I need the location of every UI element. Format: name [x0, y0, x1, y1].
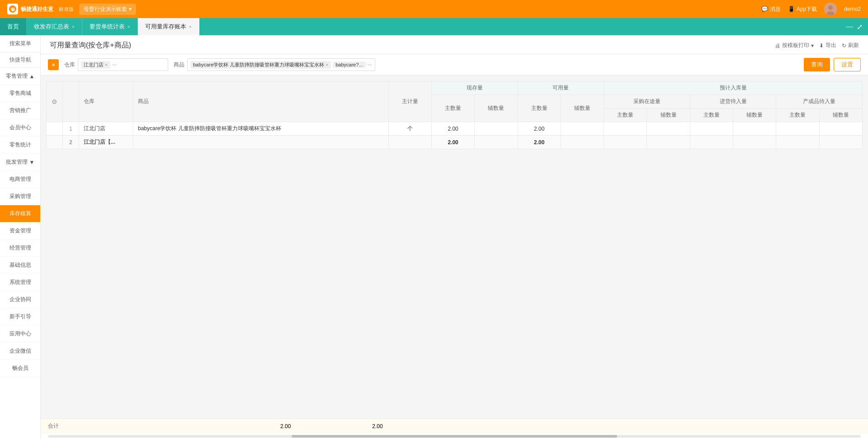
th-settings[interactable]: ⚙ — [47, 81, 63, 122]
row-product-1: babycare学饮杯 儿童防摔防撞吸管杯重力球吸嘴杯宝宝水杯 — [133, 122, 389, 136]
sidebar-enterprise-coop-label: 企业协同 — [9, 296, 31, 303]
maximize-icon[interactable]: ⤢ — [857, 23, 863, 31]
export-button[interactable]: ⬇ 导出 — [819, 42, 836, 49]
th-prod-pend-main: 主数量 — [776, 109, 819, 122]
page-header: 可用量查询(按仓库+商品) 🖨 按模板打印 ▾ ⬇ 导出 ↻ 刷新 — [41, 35, 868, 54]
group-avail-main: 2.00 — [518, 136, 561, 149]
user-name: demo2 — [844, 6, 861, 12]
chevron-wholesale-icon: ▼ — [29, 159, 35, 165]
tab-available-stock[interactable]: 可用量库存账本 × — [138, 18, 199, 35]
th-index — [63, 81, 79, 122]
close-receive-summary-icon[interactable]: × — [72, 24, 75, 29]
filter-expand-button[interactable]: » — [48, 59, 59, 70]
product-tag-1-close-icon[interactable]: × — [326, 62, 328, 67]
sidebar-quick-nav[interactable]: 快捷导航 — [0, 52, 40, 68]
svg-text:畅: 畅 — [11, 7, 15, 12]
table-wrapper: ⚙ 仓库 商品 主计量 现存量 可用量 预计入库量 主数量 辅数量 主数量 辅数… — [41, 76, 868, 418]
sidebar-item-system-mgmt[interactable]: 系统管理 — [0, 274, 40, 291]
message-button[interactable]: 💬 消息 — [761, 5, 781, 13]
sidebar-item-inventory-check[interactable]: 库存核算 — [0, 205, 40, 222]
sidebar-item-basic-info[interactable]: 基础信息 — [0, 257, 40, 274]
sidebar-item-retail-stats[interactable]: 零售统计 — [0, 137, 40, 154]
sidebar-ops-mgmt-label: 经营管理 — [9, 244, 31, 252]
row-index-1: 1 — [63, 122, 79, 136]
th-warehouse: 仓库 — [79, 81, 133, 122]
nav-tabs-row: 首页 收发存汇总表 × 要货单统计表 × 可用量库存账本 × — ⤢ — [0, 18, 868, 35]
message-icon: 💬 — [761, 6, 768, 12]
brand-name: 畅捷通好生意 — [21, 5, 53, 13]
nav-tab-actions: — ⤢ — [840, 18, 868, 35]
minimize-icon[interactable]: — — [846, 23, 853, 31]
sidebar-item-app-center[interactable]: 应用中心 — [0, 326, 40, 343]
th-avail-main: 主数量 — [518, 95, 561, 122]
page-header-actions: 🖨 按模板打印 ▾ ⬇ 导出 ↻ 刷新 — [775, 42, 859, 49]
group-avail-aux — [561, 136, 604, 149]
group-product — [133, 136, 389, 149]
tab-receive-summary[interactable]: 收发存汇总表 × — [27, 18, 82, 35]
row-avail-aux-1 — [561, 122, 604, 136]
tab-home[interactable]: 首页 — [0, 18, 27, 35]
message-label: 消息 — [770, 5, 781, 13]
industry-selector[interactable]: 母婴行业演示账套 ▾ — [79, 4, 136, 15]
avatar[interactable] — [824, 3, 837, 15]
sidebar: 搜索菜单 快捷导航 零售管理 ▲ 零售商城 营销推广 会员中心 零售统计 批发管… — [0, 35, 41, 439]
scroll-bar-track[interactable] — [48, 435, 861, 438]
group-inb-pend-aux — [733, 136, 776, 149]
app-download-button[interactable]: 📱 App下载 — [788, 5, 817, 13]
product-tag-input[interactable]: babycare学饮杯 儿童防摔防撞吸管杯重力球吸嘴杯宝宝水杯 × babyca… — [187, 58, 375, 71]
sidebar-item-member-center[interactable]: 会员中心 — [0, 119, 40, 137]
close-available-stock-icon[interactable]: × — [189, 24, 192, 29]
sidebar-item-retail-mall[interactable]: 零售商城 — [0, 85, 40, 102]
product-tag-1: babycare学饮杯 儿童防摔防撞吸管杯重力球吸嘴杯宝宝水杯 × — [190, 61, 331, 69]
app-download-label: App下载 — [797, 5, 817, 13]
sidebar-item-ecommerce-mgmt[interactable]: 电商管理 — [0, 171, 40, 188]
group-pur-trans-aux — [647, 136, 690, 149]
print-chevron-icon: ▾ — [811, 42, 814, 49]
chevron-down-icon: ▾ — [129, 6, 132, 12]
warehouse-tag-close-icon[interactable]: × — [105, 62, 108, 67]
sidebar-basic-info-label: 基础信息 — [9, 261, 31, 269]
row-inb-pend-main-1 — [690, 122, 733, 136]
template-label: 标准版 — [59, 6, 74, 13]
sidebar-item-member-app[interactable]: 畅会员 — [0, 360, 40, 377]
sidebar-item-marketing[interactable]: 营销推广 — [0, 102, 40, 119]
group-unit — [388, 136, 431, 149]
row-stock-aux-1 — [475, 122, 518, 136]
sidebar-item-enterprise-coop[interactable]: 企业协同 — [0, 291, 40, 308]
sidebar-item-new-guide[interactable]: 新手引导 — [0, 308, 40, 326]
sidebar-item-enterprise-wechat[interactable]: 企业微信 — [0, 343, 40, 360]
expand-icon: » — [52, 61, 55, 68]
table-row: 1 江北门店 babycare学饮杯 儿童防摔防撞吸管杯重力球吸嘴杯宝宝水杯 个… — [47, 122, 863, 136]
top-bar-right: 💬 消息 📱 App下载 demo2 — [761, 3, 861, 15]
print-template-button[interactable]: 🖨 按模板打印 ▾ — [775, 42, 814, 49]
warehouse-tag-input[interactable]: 江北门店 × ··· — [78, 58, 168, 71]
page-title: 可用量查询(按仓库+商品) — [50, 41, 131, 50]
row-inb-pend-aux-1 — [733, 122, 776, 136]
query-button[interactable]: 查询 — [804, 58, 830, 71]
quick-nav-label: 快捷导航 — [9, 57, 31, 63]
product-tag-1-text: babycare学饮杯 儿童防摔防撞吸管杯重力球吸嘴杯宝宝水杯 — [193, 61, 324, 68]
sidebar-item-finance-mgmt[interactable]: 资金管理 — [0, 222, 40, 240]
close-order-stats-icon[interactable]: × — [127, 24, 130, 29]
group-prod-pend-aux — [819, 136, 862, 149]
settings-button[interactable]: 设置 — [834, 58, 861, 71]
product-tag-2-text: babycare?... — [335, 62, 363, 67]
export-label: 导出 — [826, 42, 836, 49]
sidebar-item-purchase-mgmt[interactable]: 采购管理 — [0, 188, 40, 205]
top-bar: 畅 畅捷通好生意 标准版 母婴行业演示账套 ▾ 💬 消息 📱 App下载 dem — [0, 0, 868, 18]
scroll-bar-thumb — [292, 435, 617, 438]
refresh-button[interactable]: ↻ 刷新 — [842, 42, 859, 49]
sidebar-item-ops-mgmt[interactable]: 经营管理 — [0, 240, 40, 257]
sidebar-item-retail-mgmt[interactable]: 零售管理 ▲ — [0, 68, 40, 85]
data-table: ⚙ 仓库 商品 主计量 现存量 可用量 预计入库量 主数量 辅数量 主数量 辅数… — [46, 81, 863, 149]
sidebar-item-wholesale-mgmt[interactable]: 批发管理 ▼ — [0, 154, 40, 171]
sidebar-search[interactable]: 搜索菜单 — [0, 35, 40, 52]
scroll-bar-row — [41, 434, 868, 439]
th-planned-inbound: 预计入库量 — [604, 81, 863, 95]
tab-order-stats[interactable]: 要货单统计表 × — [82, 18, 138, 35]
tab-order-stats-label: 要货单统计表 — [90, 23, 125, 31]
product-ellipsis[interactable]: ··· — [368, 61, 372, 68]
row-unit-1: 个 — [388, 122, 431, 136]
th-prod-pend-aux: 辅数量 — [819, 109, 862, 122]
warehouse-ellipsis[interactable]: ··· — [112, 61, 117, 68]
